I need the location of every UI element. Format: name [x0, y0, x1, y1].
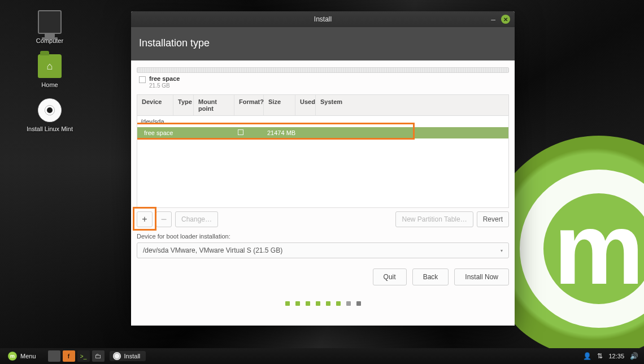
step-dot — [316, 301, 320, 306]
back-button[interactable]: Back — [412, 268, 449, 285]
column-system[interactable]: System — [316, 95, 508, 115]
progress-dots — [137, 301, 509, 306]
desktop-icon-home[interactable]: Home — [16, 54, 84, 88]
column-device[interactable]: Device — [137, 95, 173, 115]
menu-button[interactable]: m Menu — [2, 350, 42, 362]
install-now-button[interactable]: Install Now — [454, 268, 509, 285]
desktop-background: m Computer Home Install Linux Mint Insta… — [0, 0, 644, 364]
column-used[interactable]: Used — [295, 95, 316, 115]
window-title: Install — [314, 15, 332, 23]
partition-toolbar: + − Change… New Partition Table… Revert — [137, 211, 509, 227]
add-partition-button[interactable]: + — [137, 211, 153, 227]
close-button[interactable]: ✕ — [501, 15, 510, 24]
partition-table-header: Device Type Mount point Format? Size Use… — [137, 95, 508, 116]
chevron-down-icon: ▾ — [501, 248, 503, 253]
disc-icon — [113, 352, 121, 360]
files-icon[interactable]: 🗀 — [92, 350, 105, 362]
step-dot-current — [346, 301, 351, 306]
column-size[interactable]: Size — [264, 95, 295, 115]
show-desktop-icon[interactable] — [48, 350, 60, 362]
column-mount[interactable]: Mount point — [194, 95, 234, 115]
user-tray-icon[interactable]: 👤 — [583, 352, 591, 360]
task-label: Install — [124, 353, 141, 359]
home-folder-icon — [38, 54, 62, 78]
column-format[interactable]: Format? — [234, 95, 264, 115]
installer-window: Install – ✕ Installation type free space… — [131, 11, 515, 326]
terminal-icon[interactable]: >_ — [77, 350, 90, 362]
freespace-checkbox[interactable] — [139, 76, 146, 83]
remove-partition-button[interactable]: − — [156, 211, 172, 227]
step-dot — [336, 301, 341, 306]
format-checkbox[interactable] — [238, 129, 243, 135]
taskbar: m Menu f >_ 🗀 Install 👤 ⇅ 12:35 🔊 — [0, 348, 644, 364]
quit-button[interactable]: Quit — [373, 268, 407, 285]
menu-label: Menu — [20, 353, 36, 359]
step-dot — [285, 301, 290, 306]
freespace-size: 21.5 GB — [149, 83, 170, 89]
step-dot — [295, 301, 300, 306]
taskbar-task-install[interactable]: Install — [110, 351, 146, 361]
desktop-icon-label: Install Linux Mint — [16, 125, 84, 132]
cell-device: /dev/sda — [141, 118, 177, 125]
step-dot — [326, 301, 330, 306]
table-row-selected[interactable]: free space 21474 MB — [137, 127, 508, 138]
cell-size: 21474 MB — [267, 129, 299, 136]
bootloader-select[interactable]: /dev/sda VMware, VMware Virtual S (21.5 … — [137, 242, 509, 258]
desktop-icon-label: Home — [16, 81, 84, 88]
volume-tray-icon[interactable]: 🔊 — [630, 352, 638, 360]
freespace-label: free space — [149, 75, 180, 82]
disc-icon — [38, 98, 62, 122]
minimize-button[interactable]: – — [491, 16, 495, 22]
desktop-icon-computer[interactable]: Computer — [16, 10, 84, 44]
network-tray-icon[interactable]: ⇅ — [597, 352, 603, 360]
page-heading: Installation type — [131, 27, 515, 60]
cell-device: free space — [141, 129, 177, 136]
bootloader-value: /dev/sda VMware, VMware Virtual S (21.5 … — [143, 246, 282, 254]
system-tray: 👤 ⇅ 12:35 🔊 — [583, 352, 642, 360]
computer-icon — [38, 10, 62, 34]
revert-button[interactable]: Revert — [477, 211, 509, 227]
column-type[interactable]: Type — [173, 95, 194, 115]
firefox-icon[interactable]: f — [63, 350, 75, 362]
table-row-parent[interactable]: /dev/sda — [137, 116, 508, 127]
titlebar[interactable]: Install – ✕ — [131, 11, 515, 27]
desktop-icon-install[interactable]: Install Linux Mint — [16, 98, 84, 132]
disk-usage-track — [137, 67, 509, 73]
new-partition-table-button[interactable]: New Partition Table… — [395, 211, 473, 227]
step-dot — [306, 301, 310, 306]
partition-table: Device Type Mount point Format? Size Use… — [137, 94, 509, 208]
mint-logo-icon: m — [8, 352, 17, 361]
step-dot — [356, 301, 361, 306]
bootloader-label: Device for boot loader installation: — [137, 233, 509, 240]
clock[interactable]: 12:35 — [608, 353, 624, 359]
disk-usage-bar: free space 21.5 GB — [137, 66, 509, 82]
change-partition-button[interactable]: Change… — [175, 211, 218, 227]
